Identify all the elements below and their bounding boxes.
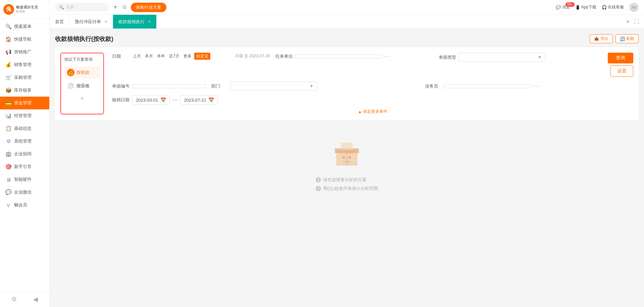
wechat-label: 企业微信 (14, 189, 32, 195)
message-icon-area[interactable]: 💬 消息 99+ (556, 4, 570, 10)
sidebar-item-purchase[interactable]: 🛒采购管理 (0, 71, 49, 84)
service-icon: 🎧 (602, 5, 607, 10)
empty-hints: 1 请先选择要分析的方案 2 用[过滤]条件来缩小分析范围 (316, 175, 378, 193)
dept-label: 部门 (211, 83, 228, 89)
sidebar-item-search-menu[interactable]: 🔍搜索菜单 (0, 20, 49, 33)
dept-select[interactable]: ▼ (230, 82, 317, 91)
sidebar-item-hardware[interactable]: 🖥智能硬件 (0, 173, 49, 186)
sidebar-item-quick-nav[interactable]: 🏠快捷导航 (0, 33, 49, 46)
counterpart-dots[interactable]: ··· (384, 53, 391, 60)
writeoff-date-range: 2023-03-01 📅 — 2023-07-21 📅 (132, 95, 218, 105)
collapse-sidebar-icon[interactable]: ◀ (33, 296, 38, 303)
cal-icon-from[interactable]: 📅 (160, 97, 166, 103)
settings-bottom-icon[interactable]: ⚙ (11, 296, 17, 303)
refresh-button[interactable]: 🔄 刷新 (615, 34, 639, 43)
date-this-year[interactable]: 本年 (156, 53, 166, 60)
date-custom[interactable]: 自定义 (194, 53, 210, 60)
enterprise-icon: 🏢 (5, 151, 11, 157)
tab-receipts-close[interactable]: ✕ (148, 19, 151, 24)
logo-icon: 兔 (3, 4, 14, 15)
header-gear-icon[interactable]: ⚙ (122, 4, 127, 10)
tab-expand-btn[interactable]: ⛶ (632, 17, 641, 26)
date-7days[interactable]: 近7天 (168, 53, 181, 60)
filter-panel: 按以下方案查询 💰 按收款 🕐 按应收 » 日期 (55, 47, 639, 120)
hardware-label: 智能硬件 (14, 176, 32, 183)
date-label: 日期 (112, 53, 129, 59)
tab-home[interactable]: 首页 (50, 15, 69, 29)
sidebar-item-system[interactable]: ⚙系统管理 (0, 135, 49, 148)
tab-actions: ✕ ⛶ (624, 17, 644, 26)
message-icon: 💬 (556, 5, 561, 10)
date-last-month[interactable]: 上月 (131, 53, 142, 60)
top-header: 🔍 搜索 ▼ ⚙ 体验行业方案 💬 消息 99+ 📱 App下载 🎧 在线客服 … (50, 0, 644, 15)
sales-rep-input[interactable] (444, 84, 531, 88)
avatar: Rit (629, 3, 639, 12)
writeoff-date-label: 核销日期 (112, 97, 129, 103)
filter-left-title: 按以下方案查询 (64, 57, 100, 62)
doc-type-label: 单据类型 (439, 54, 456, 60)
collapse-filter-btn[interactable]: » (64, 95, 100, 102)
sidebar-item-marketing[interactable]: 📢营销推广 (0, 46, 49, 58)
setting-button[interactable]: 设置 (610, 65, 633, 77)
sidebar-item-business[interactable]: 📊经营管理 (0, 109, 49, 122)
tab-prepay-close[interactable]: ✕ (104, 19, 107, 24)
date-tabs: 上月 本月 本年 近7天 更多 自定义 (131, 53, 210, 60)
tab-prepay[interactable]: 预付冲应付单 ✕ (69, 15, 113, 29)
page-header: 收款核销执行(按收款) 📤 导出 🔄 刷新 (55, 34, 639, 43)
logo-text: 畅捷通好生意 (16, 5, 38, 9)
search-menu-icon: 🔍 (5, 23, 11, 30)
date-more[interactable]: 更多 (182, 53, 193, 60)
tab-close-btn[interactable]: ✕ (624, 17, 632, 26)
svg-point-4 (342, 156, 345, 159)
by-receivable-label: 按应收 (76, 83, 90, 89)
tab-receipts[interactable]: 收款核销执行 ✕ (113, 15, 157, 29)
finance-icon: 💳 (5, 100, 11, 106)
logo-area: 兔 畅捷通好生意 标准版 (0, 0, 49, 19)
export-icon: 📤 (594, 37, 599, 41)
basic-info-icon: 📋 (5, 125, 11, 132)
sales-rep-label: 业务员 (425, 83, 442, 89)
sidebar-item-inventory[interactable]: 📦库存核算 (0, 84, 49, 97)
app-download-link[interactable]: 📱 App下载 (575, 4, 596, 10)
writeoff-date-from[interactable]: 2023-03-01 📅 (132, 95, 170, 105)
svg-rect-3 (341, 142, 353, 150)
doc-num-input[interactable] (132, 84, 206, 88)
online-service-link[interactable]: 🎧 在线客服 (602, 4, 624, 10)
sidebar-bottom: ⚙ ◀ (0, 291, 49, 307)
sidebar-item-basic-info[interactable]: 📋基础信息 (0, 122, 49, 135)
doc-type-select[interactable]: ▼ (458, 53, 545, 62)
counterpart-label: 往来单位 (275, 53, 293, 59)
quick-nav-label: 快捷导航 (14, 36, 32, 42)
filter-by-receipt[interactable]: 💰 按收款 (64, 66, 100, 79)
sidebar-item-finance[interactable]: 💳资金管理 (0, 97, 49, 109)
sidebar-item-sales[interactable]: 💰销售管理 (0, 58, 49, 71)
writeoff-date-to[interactable]: 2023-07-21 📅 (180, 95, 218, 105)
enterprise-label: 企业协同 (14, 151, 32, 157)
hint-item-2: 2 用[过滤]条件来缩小分析范围 (316, 184, 378, 193)
guide-icon: 🎯 (5, 164, 11, 170)
query-button[interactable]: 查询 (608, 53, 633, 63)
date-this-month[interactable]: 本月 (144, 53, 154, 60)
sidebar-item-member[interactable]: V畅会员 (0, 199, 49, 211)
marketing-label: 营销推广 (14, 49, 32, 55)
wechat-icon: 💬 (5, 189, 11, 195)
hint-num-1: 1 (316, 177, 321, 183)
solution-button[interactable]: 体验行业方案 (131, 3, 166, 12)
hint-item-1: 1 请先选择要分析的方案 (316, 175, 378, 184)
filter-by-receivable[interactable]: 🕐 按应收 (64, 80, 100, 92)
header-dropdown-icon[interactable]: ▼ (113, 4, 118, 10)
finance-label: 资金管理 (14, 100, 32, 106)
sales-rep-dots[interactable]: ··· (533, 83, 540, 90)
sidebar-item-enterprise[interactable]: 🏢企业协同 (0, 148, 49, 160)
sidebar-item-wechat[interactable]: 💬企业微信 (0, 186, 49, 199)
collapse-more-icon: ▲ (358, 109, 362, 114)
cal-icon-to[interactable]: 📅 (208, 97, 214, 103)
export-button[interactable]: 📤 导出 (590, 34, 613, 43)
collapse-more-btn[interactable]: ▲ 收起更多条件 (112, 109, 633, 114)
user-avatar[interactable]: Rit (629, 3, 639, 12)
header-search[interactable]: 🔍 搜索 (55, 3, 109, 11)
counterpart-input[interactable] (295, 54, 382, 58)
sidebar-nav: 🔍搜索菜单🏠快捷导航📢营销推广💰销售管理🛒采购管理📦库存核算💳资金管理📊经营管理… (0, 19, 49, 291)
search-placeholder: 搜索 (66, 4, 74, 10)
sidebar-item-guide[interactable]: 🎯新手引导 (0, 160, 49, 173)
